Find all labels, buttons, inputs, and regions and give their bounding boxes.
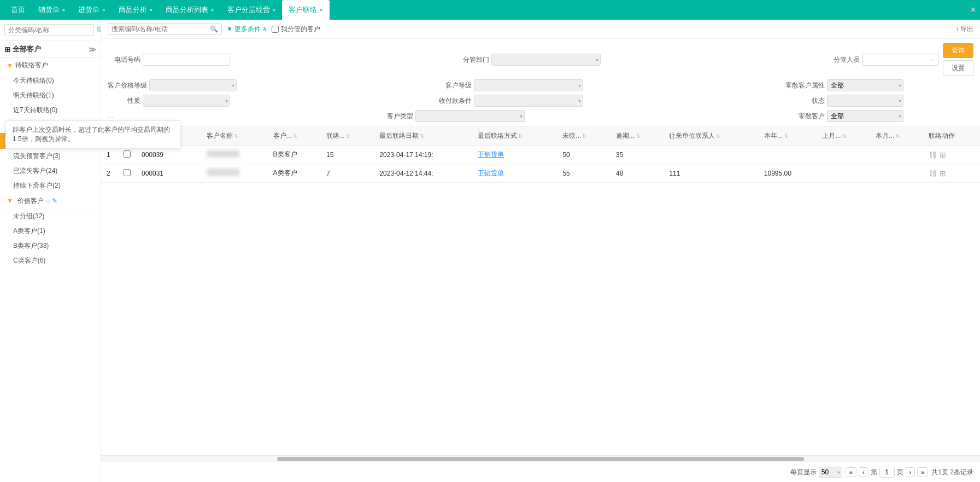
status-select[interactable] (827, 95, 903, 107)
row2-contact-count: 7 (321, 164, 374, 183)
customer-type-select[interactable] (415, 110, 525, 122)
zero-customer-filter: 零散客户 全部 (792, 110, 903, 122)
next-page-button[interactable]: › (906, 467, 916, 477)
zero-attr-select[interactable]: 全部 (827, 79, 903, 91)
week-contact-item[interactable]: 近7天待联络(0) (0, 103, 101, 118)
row2-name-blurred (207, 169, 239, 176)
payment-select[interactable] (474, 95, 583, 107)
row2-uncontacted: 55 (557, 164, 610, 183)
all-customers-header[interactable]: ⊞ 全部客户 ≫ (0, 41, 101, 58)
this-year-col-header[interactable]: 本年...⇅ (759, 127, 817, 146)
last-date-col-header[interactable]: 最后联络日期⇅ (374, 127, 472, 146)
price-grade-select[interactable] (149, 79, 237, 91)
this-month-col-header[interactable]: 本月...⇅ (870, 127, 923, 146)
main-search-icon[interactable]: 🔍 (210, 25, 218, 33)
row1-link-icon[interactable]: ⛓ (929, 150, 936, 159)
sidebar-search-input[interactable] (4, 24, 94, 36)
first-page-button[interactable]: « (846, 467, 856, 477)
last-month-col-header[interactable]: 上月...⇅ (817, 127, 870, 146)
contact-count-col-header[interactable]: 联络...⇅ (321, 127, 374, 146)
filter-row-1: 电话号码 分管部门 分管人员 · (108, 43, 973, 76)
row1-uncontacted: 50 (557, 146, 610, 164)
close-customer-contact-tab[interactable]: × (319, 0, 322, 20)
row1-name-blurred (207, 150, 239, 158)
row2-link-icon[interactable]: ⛓ (929, 169, 936, 178)
row1-last-type[interactable]: 下销货单 (472, 146, 557, 164)
row1-this-year (759, 146, 817, 164)
overdue-col-header[interactable]: 逾期...⇅ (611, 127, 664, 146)
customer-grade-select[interactable] (474, 79, 583, 91)
page-number-input[interactable] (879, 467, 895, 478)
value-customers-header[interactable]: ▼ 价值客户 ○ ✎ (0, 194, 101, 209)
total-records-text: 共1页 2条记录 (931, 468, 973, 477)
unclassified-item[interactable]: 未分组(32) (0, 209, 101, 224)
class-c-item[interactable]: C类客户(6) (0, 253, 101, 268)
status-select-wrap (827, 95, 903, 107)
nav-purchase[interactable]: 进货单 × (72, 0, 112, 20)
customer-type-filter: 客户类型 (380, 110, 525, 122)
row2-code[interactable]: 000031 (136, 164, 201, 183)
dept-select[interactable] (491, 54, 601, 66)
class-b-item[interactable]: B类客户(33) (0, 239, 101, 253)
row2-apps-icon[interactable]: ⊞ (940, 169, 946, 178)
sidebar-collapse-btn[interactable]: ≫ (89, 45, 96, 54)
row2-checkbox[interactable] (118, 164, 136, 183)
filter-bar: 🔍 ▼ 更多条件 ∧ 我分管的客户 ↑ 导出 (101, 20, 980, 39)
close-sales-tab[interactable]: × (62, 0, 65, 20)
class-a-item[interactable]: A类客户(1) (0, 224, 101, 239)
lost-customers-item[interactable]: 已流失客户(24) (0, 164, 101, 178)
phone-input[interactable] (143, 54, 230, 66)
row1-grade: B类客户 (268, 146, 321, 164)
more-dots-link[interactable]: ... (108, 112, 113, 120)
person-more-icon[interactable]: ··· (929, 56, 935, 63)
waiting-contact-header[interactable]: ▼ 待联络客户 (0, 58, 101, 73)
filter-icon: ▼ (226, 25, 233, 33)
close-customer-tier-tab[interactable]: × (272, 0, 275, 20)
chevron-icon: ∧ (262, 25, 267, 33)
close-purchase-tab[interactable]: × (102, 0, 105, 20)
sort-contact-icon: ⇅ (346, 133, 350, 139)
name-col-header[interactable]: 客户名称⇅ (201, 127, 268, 146)
row1-apps-icon[interactable]: ⊞ (940, 150, 946, 159)
main-search-input[interactable] (112, 25, 210, 33)
close-product-list-tab[interactable]: × (210, 0, 214, 20)
row2-overdue: 48 (611, 164, 664, 183)
zero-customer-select[interactable]: 全部 (827, 110, 903, 122)
window-close-button[interactable]: × (971, 5, 976, 15)
nav-home[interactable]: 首页 (4, 0, 32, 20)
sidebar-search-icon[interactable]: 🔍 (96, 26, 101, 34)
last-type-col-header[interactable]: 最后联络方式⇅ (472, 127, 557, 146)
last-page-button[interactable]: » (917, 467, 928, 477)
declining-customers-item[interactable]: 持续下滑客户(2) (0, 178, 101, 193)
query-button[interactable]: 查询 (943, 43, 973, 58)
lost-warning-item[interactable]: 流失预警客户(3) (0, 149, 101, 164)
setting-button[interactable]: 设置 (943, 60, 973, 76)
nav-customer-contact[interactable]: 客户联络 × (282, 0, 329, 20)
nav-sales[interactable]: 销货单 × (32, 0, 72, 20)
prev-page-button[interactable]: ‹ (859, 467, 868, 477)
row2-name (201, 164, 268, 183)
nav-product-analysis[interactable]: 商品分析 × (112, 0, 159, 20)
grade-col-header[interactable]: 客户...⇅ (268, 127, 321, 146)
close-product-analysis-tab[interactable]: × (149, 0, 152, 20)
gender-select[interactable] (143, 95, 230, 107)
my-customers-checkbox[interactable] (272, 26, 279, 33)
search-wrap: 🔍 (108, 23, 222, 35)
nav-product-analysis-list[interactable]: 商品分析列表 × (159, 0, 220, 20)
filter-row-4: ... 客户类型 零散客户 全部 (108, 110, 973, 122)
more-conditions-btn[interactable]: ▼ 更多条件 ∧ (226, 25, 267, 34)
uncontacted-col-header[interactable]: 未联...⇅ (557, 127, 610, 146)
customer-type-select-wrap (415, 110, 525, 122)
row2-this-year: 10995.00 (759, 164, 817, 183)
contact-person-col-header[interactable]: 往来单位联系人⇅ (664, 127, 759, 146)
zero-customer-select-wrap: 全部 (827, 110, 903, 122)
export-button[interactable]: ↑ 导出 (955, 25, 973, 34)
tomorrow-contact-item[interactable]: 明天待联络(1) (0, 88, 101, 103)
per-page-select[interactable]: 20 50 100 (819, 467, 842, 478)
nav-customer-tier[interactable]: 客户分层经营 × (221, 0, 282, 20)
advanced-filters: 电话号码 分管部门 分管人员 · (101, 39, 980, 127)
horizontal-scrollbar[interactable] (101, 455, 980, 462)
customer-grade-filter: 客户等级 (439, 79, 583, 91)
today-contact-item[interactable]: 今天待联络(0) (0, 73, 101, 88)
row2-last-type[interactable]: 下销货单 (472, 164, 557, 183)
